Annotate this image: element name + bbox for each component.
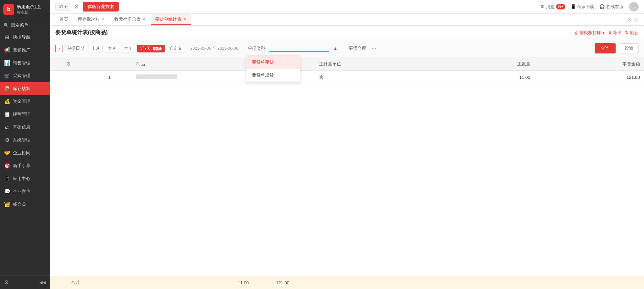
system-icon: ⚙ [4,137,10,143]
type-dropdown-icon[interactable]: ▲ [333,46,338,51]
tab-close-icon[interactable]: ✕ [143,17,146,21]
sidebar-item-marketing[interactable]: 📢 营销推广 [0,44,50,57]
tab-close-icon[interactable]: ✕ [102,17,105,21]
sidebar-item-label: 企业协同 [13,150,30,156]
sidebar-item-label: 营销推广 [13,47,30,53]
sidebar-item-system[interactable]: ⚙ 系统管理 [0,134,50,147]
brand-name: 畅捷通好生意 [17,4,41,10]
product-placeholder [136,74,177,79]
sidebar-item-quick-nav[interactable]: ⊞ 快捷导航 [0,31,50,44]
query-btn[interactable]: 查询 [595,43,616,53]
sidebar-settings-btn[interactable]: ⚙ [4,279,9,286]
search-label: 搜索菜单 [11,22,28,28]
print-template-btn[interactable]: 🖨 按模板打印 ▾ [574,30,605,36]
header-right: ✉ 消息 99+ 📱 App下载 🎧 在线客服 [541,2,639,12]
sidebar-item-label: 库存核算 [13,86,30,92]
sidebar-item-label: 新手引导 [13,163,30,169]
sidebar-item-basic[interactable]: 🗂 基础信息 [0,121,50,134]
date-7days-btn[interactable]: 近7天 更多 [137,45,165,52]
user-avatar[interactable] [629,2,639,12]
date-custom-btn[interactable]: 自定义 [167,45,185,52]
sidebar-item-enterprise[interactable]: 🤝 企业协同 [0,147,50,159]
sidebar-item-sales[interactable]: 📊 销售管理 [0,57,50,69]
sidebar-footer: ⚙ ◀◀ [0,275,50,289]
tab-stock-batch[interactable]: 库存批次账 ✕ [74,14,109,25]
quick-nav-icon: ⊞ [4,34,10,40]
warehouse-label: 要货仓库 [349,45,366,51]
type-input[interactable] [269,45,329,52]
tab-close-icon[interactable]: ✕ [184,17,187,21]
tab-order-stats[interactable]: 要货单统计表 ✕ [151,14,191,25]
sidebar-item-inventory[interactable]: 📦 库存核算 [0,82,50,95]
export-icon: ⬇ [608,30,612,35]
guide-icon: 🎯 [4,163,10,169]
trial-btn[interactable]: 体验行业方案 [83,2,119,12]
purchase-icon: 🛒 [4,73,10,79]
col-seq-header [87,57,132,71]
row-unit-cell: 块 [315,71,425,84]
date-curr-month-btn[interactable]: 本月 [105,45,119,52]
sidebar-collapse-btn[interactable]: ◀◀ [39,280,46,285]
sidebar-item-app-center[interactable]: 📱 应用中心 [0,172,50,185]
footer-label: 合计 [54,280,208,286]
headset-icon: 🎧 [599,4,605,9]
sidebar-item-member[interactable]: 👑 畅会员 [0,198,50,211]
tab-label: 库存批次账 [78,16,100,22]
col-amount-header: 零售金额 [534,57,644,71]
type-label: 单据类型 [248,45,265,51]
close-window-icon[interactable]: ✕ [628,17,632,22]
sidebar-item-finance[interactable]: 💰 资金管理 [0,95,50,108]
date-year-btn[interactable]: 本年 [121,45,135,52]
online-service-btn[interactable]: 🎧 在线客服 [599,4,624,10]
tab-bar: 首页 库存批次账 ✕ 收发存汇总表 ✕ 要货单统计表 ✕ ✕ ⤢ [50,14,644,26]
filter-bar: › 单据日期 上月 本月 本年 近7天 更多 自定义 2023-05-06 至 … [50,40,644,57]
dropdown-item-order-goods[interactable]: 要货单要货 [246,56,300,69]
tab-home[interactable]: 首页 [55,14,72,25]
col-settings-header: ⚙ [50,57,87,71]
main-content: 41 ▾ ⚙ 体验行业方案 ✉ 消息 99+ 📱 App下载 🎧 在线客服 [50,0,644,289]
dropdown-item-order-return[interactable]: 要货单退货 [246,69,300,82]
message-icon: ✉ [541,4,545,9]
member-icon: 👑 [4,201,10,207]
page-title-bar: 要货单统计表(按商品) 🖨 按模板打印 ▾ ⬇ 导出 ↻ 刷新 [50,26,644,40]
app-download-btn[interactable]: 📱 App下载 [571,4,594,10]
sidebar-item-label: 畅会员 [13,201,26,207]
chevron-down-icon: ▾ [602,30,605,35]
search-menu[interactable]: 🔍 搜索菜单 [0,19,50,31]
messages-btn[interactable]: ✉ 消息 99+ [541,4,565,10]
export-btn[interactable]: ⬇ 导出 [608,30,622,36]
refresh-label: 刷新 [630,30,639,36]
tab-home-label: 首页 [59,16,68,22]
tab-label: 要货单统计表 [155,16,182,22]
date-range-display: 2023-05-06 至 2023-06-06 [190,46,238,51]
page-area: 要货单统计表(按商品) 🖨 按模板打印 ▾ ⬇ 导出 ↻ 刷新 › [50,26,644,289]
date-label: 单据日期 [67,45,85,51]
sidebar-item-purchase[interactable]: 🛒 采购管理 [0,69,50,82]
page-title: 要货单统计表(按商品) [55,29,108,36]
sidebar-item-operations[interactable]: 📋 经营管理 [0,108,50,121]
tab-receive-summary[interactable]: 收发存汇总表 ✕ [110,14,150,25]
col-unit-header: 主计量单位 [315,57,425,71]
brand-info: 畅捷通好生意 标准版 [17,4,41,15]
settings-icon[interactable]: ⚙ [74,3,79,10]
store-selector[interactable]: 41 ▾ [55,3,70,10]
filter-more-icon[interactable]: ··· [372,45,376,51]
sidebar-item-wechat[interactable]: 💬 企业微信 [0,185,50,198]
app-download-label: App下载 [577,4,594,10]
table-settings-icon[interactable]: ⚙ [66,61,71,67]
header-left: 41 ▾ ⚙ 体验行业方案 [55,2,119,12]
sidebar-item-label: 快捷导航 [13,34,30,40]
settings-btn[interactable]: 设置 [620,43,639,53]
hot-badge: 更多 [153,47,162,50]
chevron-down-icon: ▾ [65,4,67,9]
filter-expand-btn[interactable]: › [55,45,63,52]
sidebar-item-guide[interactable]: 🎯 新手引导 [0,159,50,172]
footer-qty: 11.00 [208,280,249,285]
expand-icon[interactable]: ⤢ [635,17,639,22]
refresh-btn[interactable]: ↻ 刷新 [625,30,639,36]
search-icon: 🔍 [3,23,9,28]
filter-separator: | [242,45,244,52]
date-prev-month-btn[interactable]: 上月 [89,45,103,52]
sidebar-item-label: 资金管理 [13,98,30,105]
finance-icon: 💰 [4,98,10,105]
